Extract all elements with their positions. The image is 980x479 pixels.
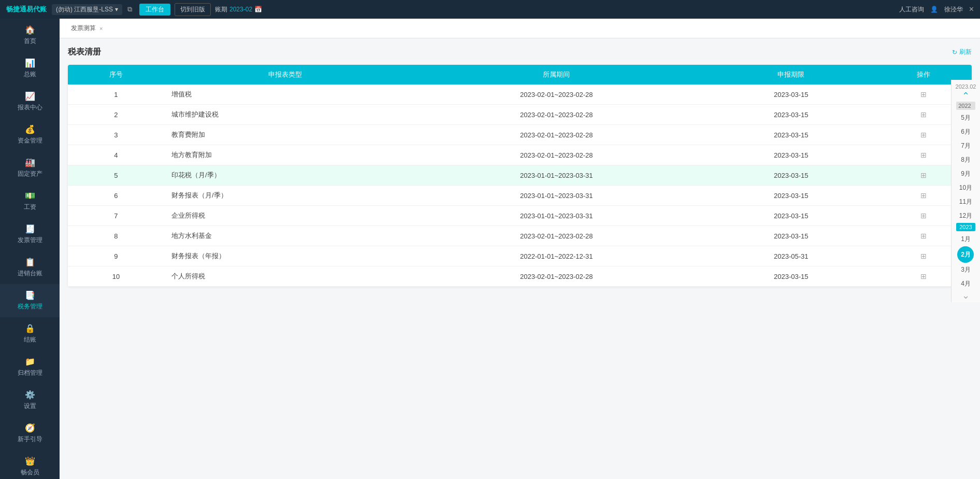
- table-row: 3 教育费附加 2023-02-01~2023-02-28 2023-03-15…: [68, 125, 972, 145]
- action-icon[interactable]: ⊞: [920, 90, 927, 98]
- date-nav-month-2023-4月[interactable]: 4月: [956, 277, 975, 291]
- cell-period: 2023-02-01~2023-02-28: [406, 105, 707, 125]
- report-icon: 📈: [25, 91, 35, 101]
- sidebar-label-ledger: 总账: [24, 70, 36, 79]
- cell-type: 财务报表（年报）: [164, 246, 406, 266]
- cell-type: 印花税（月/季）: [164, 165, 406, 186]
- old-version-button[interactable]: 切到旧版: [175, 3, 211, 16]
- table-row: 2 城市维护建设税 2023-02-01~2023-02-28 2023-03-…: [68, 105, 972, 125]
- tab-label-invoice_calc: 发票测算: [71, 24, 96, 33]
- cell-no: 1: [68, 84, 164, 105]
- action-icon[interactable]: ⊞: [920, 131, 927, 139]
- sidebar-item-reconcile[interactable]: 📋 进销台账: [0, 251, 60, 284]
- date-nav-month-2022-10月[interactable]: 10月: [956, 181, 975, 195]
- sidebar-label-member: 畅会员: [21, 468, 39, 477]
- sidebar-label-settings: 设置: [24, 402, 36, 411]
- action-icon[interactable]: ⊞: [920, 151, 927, 159]
- cell-no: 7: [68, 206, 164, 226]
- company-selector[interactable]: (勿动) 江西服垦-LSS ▾: [52, 4, 122, 15]
- date-nav-month-2022-8月[interactable]: 8月: [956, 153, 975, 167]
- sidebar-label-guide: 新手引导: [18, 435, 42, 444]
- sidebar-item-home[interactable]: 🏠 首页: [0, 19, 60, 52]
- cell-type: 企业所得税: [164, 206, 406, 226]
- page-header: 税表清册 ↻ 刷新: [68, 47, 972, 58]
- cell-deadline: 2023-03-15: [707, 84, 875, 105]
- sidebar-item-archive[interactable]: 📁 归档管理: [0, 350, 60, 384]
- archive-icon: 📁: [25, 357, 35, 367]
- tab-invoice_calc[interactable]: 发票测算×: [65, 21, 121, 36]
- action-icon[interactable]: ⊞: [920, 191, 927, 200]
- content-area: 首页工资表×工资统计报表×发票×发票测算×发票开具×进销稽核×进销台账×税表清册…: [60, 19, 980, 479]
- sidebar-item-closing[interactable]: 🔒 结账: [0, 317, 60, 350]
- col-header-申报表类型: 申报表类型: [164, 65, 406, 84]
- date-nav-up-button[interactable]: ⌃: [962, 91, 970, 101]
- cell-period: 2023-02-01~2023-02-28: [406, 266, 707, 287]
- cell-no: 10: [68, 266, 164, 287]
- date-nav-year-2022[interactable]: 2022: [956, 102, 975, 110]
- guide-icon: 🧭: [25, 423, 35, 433]
- table-row: 8 地方水利基金 2023-02-01~2023-02-28 2023-03-1…: [68, 226, 972, 246]
- sidebar-item-report[interactable]: 📈 报表中心: [0, 85, 60, 118]
- date-nav-month-2022-7月[interactable]: 7月: [956, 139, 975, 153]
- sidebar-item-settings[interactable]: ⚙️ 设置: [0, 384, 60, 417]
- workspace-button[interactable]: 工作台: [139, 4, 170, 16]
- table-row: 4 地方教育附加 2023-02-01~2023-02-28 2023-03-1…: [68, 145, 972, 165]
- refresh-button[interactable]: ↻ 刷新: [952, 48, 972, 57]
- date-nav-month-2022-12月[interactable]: 12月: [956, 209, 975, 223]
- table-row: 5 印花税（月/季） 2023-01-01~2023-03-31 2023-03…: [68, 165, 972, 186]
- sidebar-item-member[interactable]: 👑 畅会员: [0, 450, 60, 479]
- main-layout: 🏠 首页 📊 总账 📈 报表中心 💰 资金管理 🏭 固定资产 💵 工资 🧾 发票…: [0, 19, 980, 479]
- sidebar-item-ledger[interactable]: 📊 总账: [0, 52, 60, 85]
- sidebar-label-fund: 资金管理: [18, 136, 42, 145]
- member-icon: 👑: [25, 456, 35, 466]
- tab-close-invoice_calc[interactable]: ×: [99, 25, 103, 32]
- cell-period: 2023-02-01~2023-02-28: [406, 145, 707, 165]
- cell-deadline: 2023-03-15: [707, 165, 875, 186]
- sidebar-item-guide[interactable]: 🧭 新手引导: [0, 417, 60, 450]
- calendar-icon[interactable]: 📅: [254, 6, 262, 13]
- date-nav-month-2022-5月[interactable]: 5月: [956, 111, 975, 125]
- cell-period: 2023-01-01~2023-03-31: [406, 186, 707, 206]
- date-nav-month-2023-2月[interactable]: 2月: [957, 246, 974, 263]
- sidebar-item-fund[interactable]: 💰 资金管理: [0, 118, 60, 151]
- date-nav-month-2022-9月[interactable]: 9月: [956, 167, 975, 181]
- date-nav-month-2023-1月[interactable]: 1月: [956, 232, 975, 246]
- close-window-icon[interactable]: ×: [969, 5, 974, 14]
- action-icon[interactable]: ⊞: [920, 272, 927, 280]
- page-title: 税表清册: [68, 47, 101, 58]
- sidebar-item-invoice[interactable]: 🧾 发票管理: [0, 218, 60, 251]
- cell-no: 2: [68, 105, 164, 125]
- period-display: 账期 2023-02 📅: [215, 5, 262, 14]
- ai-consult[interactable]: 人工咨询: [899, 5, 924, 14]
- action-icon[interactable]: ⊞: [920, 171, 927, 179]
- refresh-icon: ↻: [952, 49, 957, 56]
- action-icon[interactable]: ⊞: [920, 232, 927, 240]
- date-nav-month-2023-3月[interactable]: 3月: [956, 263, 975, 277]
- date-nav-year-2023[interactable]: 2023: [956, 223, 975, 231]
- sidebar-label-archive: 归档管理: [18, 369, 42, 377]
- action-icon[interactable]: ⊞: [920, 212, 927, 220]
- cell-period: 2023-01-01~2023-03-31: [406, 206, 707, 226]
- sidebar-item-tax[interactable]: 📑 税务管理: [0, 284, 60, 317]
- reconcile-icon: 📋: [25, 257, 35, 267]
- action-icon[interactable]: ⊞: [920, 110, 927, 119]
- sidebar-item-fixed[interactable]: 🏭 固定资产: [0, 151, 60, 185]
- tax-table: 序号申报表类型所属期间申报期限操作 1 增值税 2023-02-01~2023-…: [68, 65, 972, 287]
- sidebar-item-salary[interactable]: 💵 工资: [0, 185, 60, 218]
- date-nav-month-2022-6月[interactable]: 6月: [956, 125, 975, 139]
- action-icon[interactable]: ⊞: [920, 252, 927, 260]
- table-row: 1 增值税 2023-02-01~2023-02-28 2023-03-15 ⊞: [68, 84, 972, 105]
- invoice-icon: 🧾: [25, 224, 35, 234]
- cell-deadline: 2023-03-15: [707, 105, 875, 125]
- user-name[interactable]: 徐泾华: [944, 5, 963, 14]
- date-nav-month-2022-11月[interactable]: 11月: [956, 195, 975, 209]
- cell-type: 教育费附加: [164, 125, 406, 145]
- copy-icon[interactable]: ⧉: [127, 5, 132, 13]
- cell-no: 9: [68, 246, 164, 266]
- table-row: 10 个人所得税 2023-02-01~2023-02-28 2023-03-1…: [68, 266, 972, 287]
- table-row: 6 财务报表（月/季） 2023-01-01~2023-03-31 2023-0…: [68, 186, 972, 206]
- date-nav-down-button[interactable]: ⌄: [962, 291, 970, 300]
- cell-deadline: 2023-05-31: [707, 246, 875, 266]
- home-icon: 🏠: [25, 25, 35, 35]
- col-header-序号: 序号: [68, 65, 164, 84]
